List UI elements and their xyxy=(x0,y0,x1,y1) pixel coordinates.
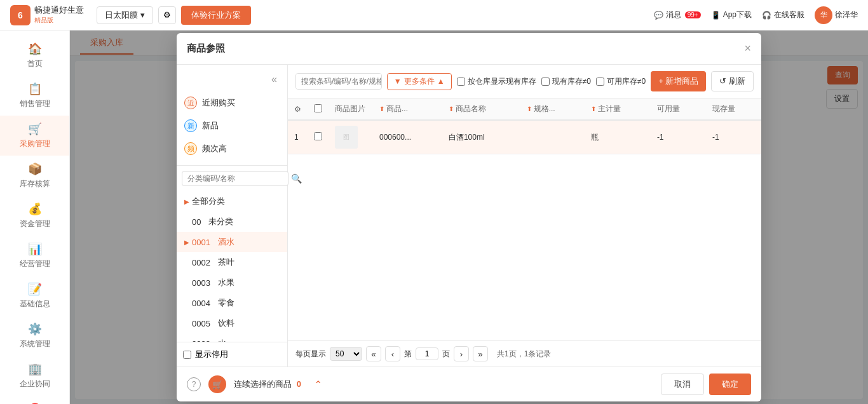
cat-item-0003[interactable]: 0003 水果 xyxy=(177,273,287,293)
new-icon: 新 xyxy=(184,119,197,132)
refresh-button[interactable]: ↺ 刷新 xyxy=(711,71,754,91)
quick-freq-item[interactable]: 频 频次高 xyxy=(177,137,287,160)
row-checkbox-cell xyxy=(308,120,329,154)
available-filter-checkbox[interactable] xyxy=(541,77,550,86)
confirm-button[interactable]: 确定 xyxy=(709,374,751,395)
enterprise-icon: 🏢 xyxy=(28,362,42,376)
row-spec xyxy=(520,120,585,154)
product-image: 图 xyxy=(335,126,358,149)
message-badge: 99+ xyxy=(685,11,701,18)
show-disabled-label: 显示停用 xyxy=(195,349,228,360)
cat-item-0008[interactable]: 0008 水 xyxy=(177,333,287,342)
page-number-input[interactable] xyxy=(416,347,438,360)
purchase-icon: 🛒 xyxy=(28,122,42,136)
row-available: -1 xyxy=(651,120,706,154)
per-page-select[interactable]: 50 20 100 xyxy=(330,347,362,361)
content-area: 采购入库 查询 设置 商品参照 × xyxy=(70,30,868,404)
cat-item-0001[interactable]: ▶ 0001 酒水 xyxy=(177,232,287,252)
footer-actions: 取消 确定 xyxy=(661,374,751,395)
th-img: 商品图片 xyxy=(329,98,373,120)
basics-icon: 📝 xyxy=(28,282,42,296)
th-code[interactable]: ⬆ 商品... xyxy=(373,98,442,120)
gear-icon[interactable]: ⚙ xyxy=(158,6,176,24)
sort-unit-icon: ⬆ xyxy=(591,105,596,112)
prev-page-button[interactable]: ‹ xyxy=(385,346,400,361)
freq-icon: 频 xyxy=(184,142,197,155)
sidebar-item-basics[interactable]: 📝 基础信息 xyxy=(0,276,69,316)
th-gear[interactable]: ⚙ xyxy=(288,98,308,120)
modal-footer: ? 🛒 连续选择的商品 0 ⌃ 取消 确定 xyxy=(177,367,761,401)
logo-name: 畅捷通好生意 xyxy=(34,5,84,16)
logo-sub: 精品版 xyxy=(34,16,84,25)
available-filter-label[interactable]: 现有库存≠0 xyxy=(541,76,591,87)
row-name: 白酒100ml xyxy=(442,120,520,154)
cart-icon[interactable]: 🛒 xyxy=(208,375,226,393)
chevron-down-icon: ▾ xyxy=(140,10,145,20)
show-disabled-checkbox[interactable] xyxy=(183,351,191,359)
sidebar-item-system[interactable]: ⚙️ 系统管理 xyxy=(0,316,69,356)
cat-item-0002[interactable]: 0002 茶叶 xyxy=(177,252,287,273)
usable-filter-label[interactable]: 可用库存≠0 xyxy=(596,76,646,87)
table-row[interactable]: 1 图 000600... 白酒100ml xyxy=(288,120,761,154)
modal-header: 商品参照 × xyxy=(177,33,761,65)
th-spec[interactable]: ⬆ 规格... xyxy=(520,98,585,120)
quick-access: « 近 近期购买 新 新品 频 xyxy=(177,65,287,166)
sidebar-item-home[interactable]: 🏠 首页 xyxy=(0,36,69,76)
quick-recent-item[interactable]: 近 近期购买 xyxy=(177,91,287,114)
cat-item-0005[interactable]: 0005 饮料 xyxy=(177,313,287,333)
sales-icon: 📋 xyxy=(28,82,42,96)
pagination-bar: 每页显示 50 20 100 « ‹ 第 页 › xyxy=(288,340,761,367)
help-button[interactable]: ? xyxy=(187,377,201,391)
phone-icon: 📱 xyxy=(711,11,721,20)
user-nav-item[interactable]: 华 徐泽华 xyxy=(815,6,858,24)
row-select-checkbox[interactable] xyxy=(314,132,322,140)
sidebar-item-operations[interactable]: 📊 经营管理 xyxy=(0,236,69,276)
cancel-button[interactable]: 取消 xyxy=(661,374,704,395)
total-info: 共1页，1条记录 xyxy=(497,349,551,360)
sidebar-item-purchase[interactable]: 🛒 采购管理 xyxy=(0,116,69,156)
operations-icon: 📊 xyxy=(28,242,42,256)
cat-item-0004[interactable]: 0004 零食 xyxy=(177,293,287,313)
modal-close-button[interactable]: × xyxy=(744,42,751,55)
sidebar-item-finance[interactable]: 💰 资金管理 xyxy=(0,196,69,236)
home-icon: 🏠 xyxy=(28,42,42,56)
main-layout: 🏠 首页 📋 销售管理 🛒 采购管理 📦 库存核算 💰 资金管理 📊 经营管理 … xyxy=(0,30,868,404)
product-search-input[interactable] xyxy=(296,74,382,89)
sidebar-item-enterprise[interactable]: 🏢 企业协同 xyxy=(0,356,69,396)
next-page-button[interactable]: › xyxy=(454,346,469,361)
trial-button[interactable]: 体验行业方案 xyxy=(181,6,251,25)
last-page-button[interactable]: » xyxy=(473,346,488,361)
recent-icon: 近 xyxy=(184,97,197,109)
online-service-nav-item[interactable]: 🎧 在线客服 xyxy=(762,10,804,20)
modal-left-panel: « 近 近期购买 新 新品 频 xyxy=(177,65,288,367)
cat-item-all[interactable]: ▶ 全部分类 xyxy=(177,191,287,212)
quick-new-item[interactable]: 新 新品 xyxy=(177,114,287,137)
collapse-up-button[interactable]: ⌃ xyxy=(314,379,322,391)
warehouse-filter-label[interactable]: 按仓库显示现有库存 xyxy=(457,76,536,87)
cat-item-00[interactable]: 00 未分类 xyxy=(177,212,287,232)
nav-dropdown[interactable]: 日太阳膜 ▾ xyxy=(97,6,153,24)
more-filter-button[interactable]: ▼ 更多条件 ▲ xyxy=(387,73,452,90)
product-table: ⚙ 商品图片 xyxy=(288,98,761,154)
message-nav-item[interactable]: 💬 消息 99+ xyxy=(654,10,701,20)
select-all-checkbox[interactable] xyxy=(314,104,322,112)
sidebar-item-guide[interactable]: 🎯 新手引导 xyxy=(0,396,69,404)
product-reference-modal: 商品参照 × « 近 近期购买 xyxy=(177,33,761,401)
sidebar-item-sales[interactable]: 📋 销售管理 xyxy=(0,76,69,116)
app-download-nav-item[interactable]: 📱 App下载 xyxy=(711,10,752,20)
category-search-input[interactable] xyxy=(182,171,288,186)
add-product-button[interactable]: + 新增商品 xyxy=(651,71,706,91)
sidebar-item-inventory[interactable]: 📦 库存核算 xyxy=(0,156,69,196)
modal-right-panel: 🔍 ▼ 更多条件 ▲ 按仓库显示现有库存 xyxy=(288,65,761,367)
first-page-button[interactable]: « xyxy=(366,346,381,361)
modal-body: « 近 近期购买 新 新品 频 xyxy=(177,65,761,367)
th-unit[interactable]: ⬆ 主计量 xyxy=(585,98,651,120)
row-unit: 瓶 xyxy=(585,120,651,154)
th-check xyxy=(308,98,329,120)
usable-filter-checkbox[interactable] xyxy=(596,77,604,86)
collapse-left-button[interactable]: « xyxy=(266,70,282,89)
warehouse-filter-checkbox[interactable] xyxy=(457,77,465,86)
product-table-area: ⚙ 商品图片 xyxy=(288,98,761,340)
th-name[interactable]: ⬆ 商品名称 xyxy=(442,98,520,120)
per-page-label: 每页显示 xyxy=(295,349,326,360)
